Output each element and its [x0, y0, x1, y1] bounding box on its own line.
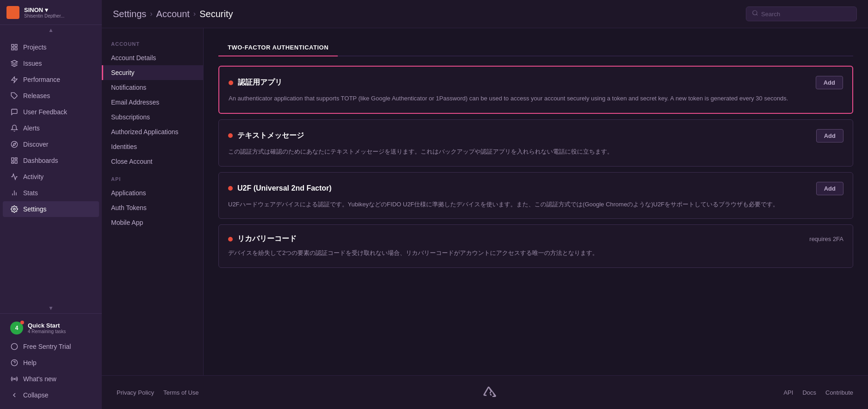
footer-link-api[interactable]: API — [783, 389, 793, 396]
quick-start-item[interactable]: 4 Quick Start 4 Remaining tasks — [3, 318, 99, 338]
auth-card-header: U2F (Universal 2nd Factor) Add — [228, 182, 843, 195]
auth-card-u2f: U2F (Universal 2nd Factor) Add U2Fハードウェア… — [218, 172, 853, 219]
sidebar-item-label: Dashboards — [23, 157, 58, 164]
auth-card-title: U2F (Universal 2nd Factor) — [228, 184, 332, 192]
settings-nav-account-details[interactable]: Account Details — [102, 50, 203, 65]
sidebar-item-label: Stats — [23, 189, 38, 197]
circle-icon — [10, 342, 19, 351]
tab-bar: TWO-FACTOR AUTHENTICATION — [218, 39, 853, 56]
bell-icon — [10, 124, 19, 132]
sidebar-item-label: What's new — [23, 375, 56, 383]
settings-nav-identities[interactable]: Identities — [102, 139, 203, 154]
sidebar-item-discover[interactable]: Discover — [3, 136, 99, 152]
settings-nav-authorized-applications[interactable]: Authorized Applications — [102, 124, 203, 139]
sidebar-item-label: Help — [23, 359, 37, 366]
settings-nav-mobile-app[interactable]: Mobile App — [102, 215, 203, 230]
sidebar-item-dashboards[interactable]: Dashboards — [3, 153, 99, 168]
sidebar-item-label: Free Sentry Trial — [23, 343, 71, 350]
settings-nav-security[interactable]: Security — [102, 65, 203, 80]
sidebar-item-releases[interactable]: Releases — [3, 88, 99, 104]
settings-nav-notifications[interactable]: Notifications — [102, 80, 203, 95]
svg-rect-3 — [15, 48, 17, 50]
sidebar: SINON ▾ Shisentin Depther... ▲ Projects … — [0, 0, 102, 409]
chevron-left-icon — [10, 391, 19, 399]
breadcrumb: Settings › Account › Security — [113, 9, 233, 19]
search-bar[interactable] — [746, 6, 857, 21]
svg-rect-1 — [15, 44, 17, 47]
status-dot — [228, 186, 233, 191]
svg-point-16 — [11, 343, 17, 349]
content-area: ACCOUNT Account Details Security Notific… — [102, 28, 868, 375]
org-header[interactable]: SINON ▾ Shisentin Depther... — [0, 0, 102, 25]
svg-point-19 — [14, 378, 15, 380]
sidebar-item-settings[interactable]: Settings — [3, 201, 99, 217]
auth-card-title: 認証用アプリ — [229, 78, 282, 87]
footer-link-contribute[interactable]: Contribute — [825, 389, 853, 396]
account-section-label: ACCOUNT — [102, 41, 203, 50]
sidebar-item-label: Collapse — [23, 391, 48, 399]
search-input[interactable] — [761, 11, 851, 18]
settings-nav-auth-tokens[interactable]: Auth Tokens — [102, 200, 203, 215]
sidebar-item-free-trial[interactable]: Free Sentry Trial — [3, 339, 99, 354]
breadcrumb-account[interactable]: Account — [156, 9, 190, 19]
top-header: Settings › Account › Security — [102, 0, 868, 28]
footer-link-privacy[interactable]: Privacy Policy — [117, 389, 154, 396]
auth-card-header: 認証用アプリ Add — [229, 76, 843, 89]
sentry-logo — [483, 383, 499, 402]
add-authenticator-app-button[interactable]: Add — [816, 76, 843, 89]
settings-nav-close-account[interactable]: Close Account — [102, 154, 203, 169]
sidebar-item-activity[interactable]: Activity — [3, 169, 99, 185]
auth-card-header: リカバリーコード requires 2FA — [228, 234, 843, 244]
org-logo — [6, 6, 19, 19]
sidebar-item-label: Issues — [23, 60, 42, 67]
settings-nav-email-addresses[interactable]: Email Addresses — [102, 95, 203, 110]
sidebar-item-label: Settings — [23, 205, 47, 213]
footer: Privacy Policy Terms of Use API Docs Con… — [102, 375, 868, 409]
sidebar-item-projects[interactable]: Projects — [3, 39, 99, 55]
sidebar-item-collapse[interactable]: Collapse — [3, 387, 99, 403]
status-dot — [229, 81, 233, 85]
footer-center — [483, 383, 499, 402]
svg-rect-2 — [12, 48, 14, 50]
tab-two-factor[interactable]: TWO-FACTOR AUTHENTICATION — [218, 39, 338, 56]
sidebar-item-performance[interactable]: Performance — [3, 72, 99, 87]
scroll-up-indicator[interactable]: ▲ — [0, 25, 102, 35]
sidebar-item-alerts[interactable]: Alerts — [3, 120, 99, 136]
svg-rect-10 — [15, 161, 17, 163]
footer-right: API Docs Contribute — [783, 389, 853, 396]
breadcrumb-settings[interactable]: Settings — [113, 9, 146, 19]
sidebar-item-issues[interactable]: Issues — [3, 56, 99, 71]
sidebar-bottom: 4 Quick Start 4 Remaining tasks Free Sen… — [0, 313, 102, 409]
settings-nav: ACCOUNT Account Details Security Notific… — [102, 28, 204, 375]
sidebar-item-whats-new[interactable]: What's new — [3, 371, 99, 387]
footer-link-terms[interactable]: Terms of Use — [163, 389, 199, 396]
add-u2f-button[interactable]: Add — [816, 182, 843, 195]
sidebar-item-label: Releases — [23, 92, 50, 99]
tag-icon — [10, 92, 19, 100]
org-name: SINON ▾ — [24, 6, 64, 13]
auth-card-header: テキストメッセージ Add — [228, 129, 843, 143]
sidebar-item-label: Projects — [23, 43, 47, 51]
sidebar-item-stats[interactable]: Stats — [3, 185, 99, 201]
auth-card-recovery-codes: リカバリーコード requires 2FA デバイスを紛失して2つの要素の認証コ… — [218, 224, 853, 268]
sidebar-item-user-feedback[interactable]: User Feedback — [3, 104, 99, 120]
layers-icon — [10, 59, 19, 68]
sidebar-item-help[interactable]: Help — [3, 355, 99, 371]
quick-start-text: Quick Start 4 Remaining tasks — [28, 322, 66, 334]
auth-method-name: U2F (Universal 2nd Factor) — [237, 184, 332, 192]
svg-point-20 — [753, 11, 757, 15]
add-text-message-button[interactable]: Add — [816, 129, 843, 143]
footer-left: Privacy Policy Terms of Use — [117, 389, 199, 396]
status-dot — [228, 133, 233, 138]
settings-nav-applications[interactable]: Applications — [102, 186, 203, 200]
requires-2fa-label: requires 2FA — [809, 235, 843, 242]
breadcrumb-sep-2: › — [193, 10, 196, 18]
help-icon — [10, 359, 19, 367]
footer-link-docs[interactable]: Docs — [802, 389, 816, 396]
auth-card-title: リカバリーコード — [228, 234, 297, 244]
settings-nav-subscriptions[interactable]: Subscriptions — [102, 110, 203, 124]
scroll-down-indicator[interactable]: ▼ — [0, 303, 102, 313]
svg-marker-7 — [13, 143, 16, 146]
sidebar-item-label: User Feedback — [23, 108, 67, 116]
auth-card-authenticator-app: 認証用アプリ Add An authenticator application … — [218, 66, 853, 114]
